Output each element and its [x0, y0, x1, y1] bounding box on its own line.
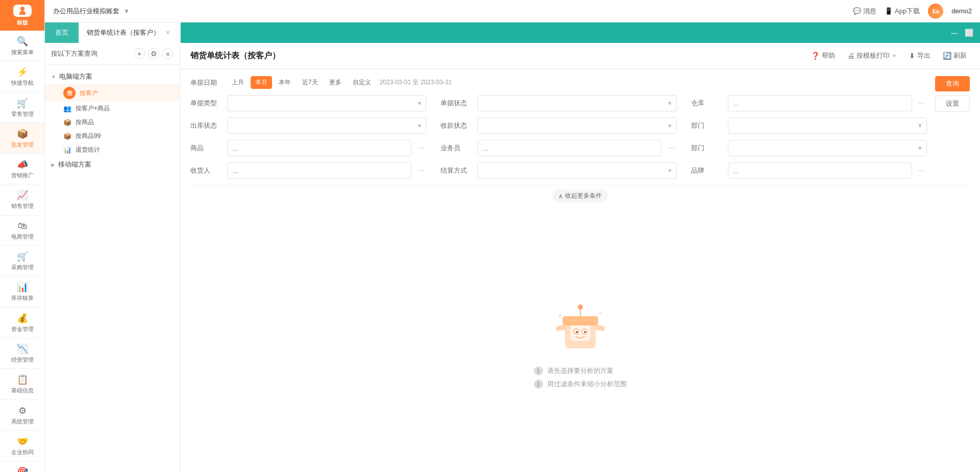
sidebar-item-retail[interactable]: 🛒 零售管理 [0, 92, 44, 123]
out-status-label: 出库状态 [190, 121, 221, 130]
order-type-select-wrapper: ▼ [227, 95, 426, 111]
topbar-title: 办公用品行业模拟账套 [53, 7, 119, 16]
brand-control: ··· [728, 162, 927, 179]
retail-icon: 🛒 [17, 98, 28, 109]
brand-input[interactable] [728, 162, 912, 179]
department-select2[interactable] [728, 140, 927, 156]
order-status-select-wrapper: ▼ [477, 95, 676, 111]
product-more-icon[interactable]: ··· [415, 144, 426, 153]
receipt-status-select[interactable] [477, 117, 676, 134]
tree-desktop-section[interactable]: ▼ 电脑端方案 [45, 69, 180, 84]
department-select[interactable] [728, 117, 927, 134]
maximize-btn[interactable]: ⬜ [964, 28, 974, 38]
query-btn[interactable]: 查询 [935, 76, 970, 91]
tab-home[interactable]: 首页 [45, 22, 79, 43]
consignee-more-icon[interactable]: ··· [415, 166, 426, 175]
help-btn[interactable]: ❓ 帮助 [808, 49, 838, 62]
basic-icon: 📋 [17, 374, 28, 385]
customer-product-icon: 👥 [63, 105, 71, 112]
sidebar-item-wholesale[interactable]: 📦 批发管理 [0, 123, 44, 154]
page-header-top: 销货单统计表（按客户） ❓ 帮助 🖨 按模板打印 ▼ ⬇ [190, 49, 970, 62]
sidebar-item-newbie[interactable]: 🎯 新手引导 [0, 461, 44, 472]
add-scheme-btn[interactable]: + [134, 48, 145, 59]
staff-label: 业务员 [440, 144, 471, 153]
search-icon: 🔍 [17, 36, 28, 47]
date-pill-this-month[interactable]: 本月 [251, 76, 272, 89]
tree-item-by-product[interactable]: 📦 按商品 [45, 115, 180, 129]
filter-row-type-status: 单据类型 ▼ 单据状态 [190, 95, 927, 111]
sidebar-item-quick-nav[interactable]: ⚡ 快捷导航 [0, 61, 44, 92]
svg-point-9 [578, 304, 583, 310]
tree-item-by-customer[interactable]: 按 按客户 [45, 84, 180, 102]
sidebar-item-system[interactable]: ⚙ 系统管理 [0, 400, 44, 431]
staff-input[interactable] [477, 140, 662, 156]
date-pill-last-month[interactable]: 上月 [227, 76, 249, 89]
chevron-up-icon: ∧ [558, 193, 563, 200]
order-status-select[interactable] [477, 95, 676, 111]
warehouse-more-icon[interactable]: ··· [916, 99, 927, 108]
export-btn[interactable]: ⬇ 导出 [906, 49, 934, 62]
print-btn[interactable]: 🖨 按模板打印 ▼ [844, 49, 900, 62]
date-pill-custom[interactable]: 自定义 [348, 76, 376, 89]
svg-point-0 [20, 7, 24, 11]
sidebar-item-enterprise[interactable]: 🤝 企业协同 [0, 431, 44, 461]
download-icon: 📱 [885, 7, 893, 15]
department-select-wrapper2: ▼ [728, 140, 927, 156]
left-panel-header: 按以下方案查询 + ⚙ « [45, 43, 180, 65]
settlement-select[interactable] [477, 162, 676, 179]
staff-more-icon[interactable]: ··· [666, 144, 676, 153]
refresh-icon: 🔄 [943, 52, 951, 60]
brand-more-icon[interactable]: ··· [916, 166, 927, 175]
tab-close-icon[interactable]: × [164, 29, 172, 37]
tree-item-by-product-99[interactable]: 📦 按商品99 [45, 129, 180, 143]
warehouse-label: 仓库 [691, 99, 722, 108]
minimize-btn[interactable]: — [949, 28, 960, 38]
sidebar-item-purchase[interactable]: 🛒 采购管理 [0, 246, 44, 276]
filter-row-product: 商品 ··· 业务员 ··· 部门 [190, 140, 927, 156]
date-pill-more[interactable]: 更多 [325, 76, 346, 89]
user-name[interactable]: demo2 [951, 7, 972, 15]
sidebar-item-operation[interactable]: 📉 经营管理 [0, 338, 44, 369]
svg-point-6 [576, 331, 578, 333]
date-pill-this-year[interactable]: 本年 [274, 76, 296, 89]
brand-label: 品牌 [691, 166, 722, 175]
inventory-icon: 📊 [17, 281, 28, 293]
app-download-btn[interactable]: 📱 App下载 [885, 7, 920, 16]
avatar[interactable]: Ea [928, 4, 943, 19]
sidebar-item-inventory[interactable]: 📊 库存核算 [0, 276, 44, 307]
messages-btn[interactable]: 💬 消息 [853, 7, 876, 16]
sales-icon: 📈 [17, 190, 28, 201]
product-input[interactable] [227, 140, 411, 156]
out-status-select[interactable] [227, 117, 426, 134]
svg-rect-10 [555, 324, 566, 331]
topbar-dropdown-icon[interactable]: ▼ [124, 8, 130, 15]
left-panel-title: 按以下方案查询 [51, 49, 97, 58]
department-label: 部门 [691, 121, 722, 130]
date-pill-last-7[interactable]: 近7天 [298, 76, 323, 89]
settings-btn[interactable]: 设置 [935, 96, 970, 112]
tree-item-by-customer-product[interactable]: 👥 按客户+商品 [45, 102, 180, 115]
topbar-right: 💬 消息 📱 App下载 Ea demo2 [853, 4, 972, 19]
topbar-left: 办公用品行业模拟账套 ▼ [53, 7, 130, 16]
receipt-status-select-wrapper: ▼ [477, 117, 676, 134]
print-dropdown-icon[interactable]: ▼ [892, 53, 897, 59]
warehouse-input[interactable] [728, 95, 912, 111]
consignee-input[interactable] [227, 162, 411, 179]
order-type-select[interactable] [227, 95, 426, 111]
collapse-btn[interactable]: ∧ 收起更多条件 [552, 190, 608, 202]
sidebar-item-sales[interactable]: 📈 销售管理 [0, 184, 44, 215]
sidebar-item-basic[interactable]: 📋 基础信息 [0, 369, 44, 399]
collapse-panel-btn[interactable]: « [162, 48, 174, 59]
warehouse-control: ··· [728, 95, 927, 111]
sidebar-item-ecommerce[interactable]: 🛍 电商管理 [0, 216, 44, 246]
tab-sales-stats[interactable]: 销货单统计表（按客户） × [79, 22, 181, 43]
sidebar-item-search[interactable]: 🔍 搜索菜单 [0, 31, 44, 61]
filter-row-consignee: 收货人 ··· 结算方式 ▼ [190, 162, 927, 179]
tree-item-refund-stats[interactable]: 📊 退货统计 [45, 143, 180, 157]
refresh-btn[interactable]: 🔄 刷新 [940, 49, 970, 62]
sidebar-item-marketing[interactable]: 📣 营销推广 [0, 154, 44, 184]
settings-scheme-btn[interactable]: ⚙ [148, 48, 159, 59]
tab-spacer [181, 22, 943, 43]
sidebar-item-finance[interactable]: 💰 资金管理 [0, 308, 44, 338]
tree-mobile-section[interactable]: ▶ 移动端方案 [45, 157, 180, 172]
